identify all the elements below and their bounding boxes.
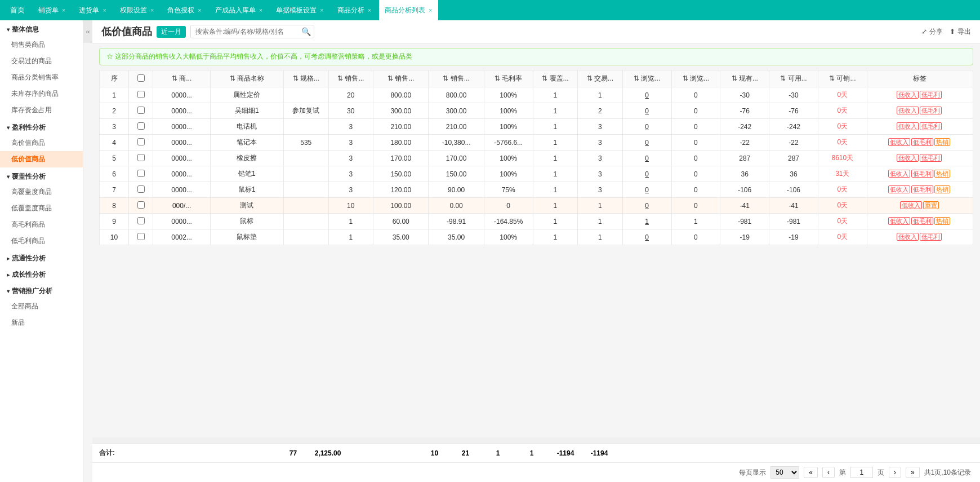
close-permissions-icon[interactable]: × bbox=[150, 7, 154, 14]
th-browse2[interactable]: ⇅ 浏览... bbox=[671, 70, 720, 87]
time-filter-button[interactable]: 近一月 bbox=[157, 26, 186, 38]
first-page-button[interactable]: « bbox=[804, 467, 818, 478]
th-trade[interactable]: ⇅ 交易... bbox=[578, 70, 623, 87]
last-page-button[interactable]: » bbox=[906, 467, 920, 478]
close-product-analysis-icon[interactable]: × bbox=[368, 7, 371, 14]
sidebar-item-inventory-funds[interactable]: 库存资金占用 bbox=[0, 102, 83, 118]
browse1-link[interactable]: 0 bbox=[645, 123, 649, 131]
browse1-link[interactable]: 0 bbox=[645, 154, 649, 162]
row-checkbox[interactable] bbox=[137, 138, 145, 145]
cell-check[interactable] bbox=[129, 214, 153, 229]
browse1-link[interactable]: 0 bbox=[645, 186, 649, 194]
th-sales-avg[interactable]: ⇅ 销售... bbox=[429, 70, 484, 87]
nav-single-template[interactable]: 单据模板设置 × bbox=[270, 0, 329, 20]
select-all-checkbox[interactable] bbox=[137, 74, 145, 82]
th-stock[interactable]: ⇅ 现有... bbox=[720, 70, 769, 87]
cell-browse1[interactable]: 1 bbox=[622, 214, 671, 229]
cell-check[interactable] bbox=[129, 198, 153, 214]
cell-browse1[interactable]: 0 bbox=[622, 103, 671, 119]
cell-browse1[interactable]: 0 bbox=[622, 119, 671, 135]
close-sales-icon[interactable]: × bbox=[62, 7, 65, 14]
nav-sales[interactable]: 销货单 × bbox=[33, 0, 71, 20]
nav-purchase[interactable]: 进货单 × bbox=[73, 0, 112, 20]
sidebar-item-all-products[interactable]: 全部商品 bbox=[0, 298, 83, 315]
cell-browse1[interactable]: 0 bbox=[622, 87, 671, 103]
sidebar-group-growth2[interactable]: ▸ 成长性分析 bbox=[0, 266, 83, 282]
th-cover[interactable]: ⇅ 覆盖... bbox=[533, 70, 578, 87]
sidebar-collapse-button[interactable]: ‹‹ bbox=[83, 20, 92, 43]
th-margin[interactable]: ⇅ 毛利率 bbox=[484, 70, 533, 87]
cell-browse1[interactable]: 0 bbox=[622, 166, 671, 182]
cell-browse1[interactable]: 0 bbox=[622, 229, 671, 245]
browse1-link[interactable]: 0 bbox=[645, 202, 649, 210]
sidebar-group-growth[interactable]: ▸ 流通性分析 bbox=[0, 249, 83, 266]
sidebar-group-marketing[interactable]: ▾ 营销推广分析 bbox=[0, 282, 83, 298]
sidebar-item-low-value[interactable]: 低价值商品 bbox=[0, 151, 83, 167]
share-button[interactable]: ⤢ 分享 bbox=[921, 27, 943, 37]
browse1-link[interactable]: 0 bbox=[645, 91, 649, 99]
row-checkbox[interactable] bbox=[137, 201, 145, 209]
search-input[interactable] bbox=[190, 25, 314, 38]
close-product-analysis-list-icon[interactable]: × bbox=[429, 7, 432, 14]
cell-check[interactable] bbox=[129, 119, 153, 135]
cell-browse1[interactable]: 0 bbox=[622, 198, 671, 214]
cell-browse1[interactable]: 0 bbox=[622, 182, 671, 198]
sidebar-item-high-value[interactable]: 高价值商品 bbox=[0, 135, 83, 151]
close-products-in-icon[interactable]: × bbox=[259, 7, 262, 14]
th-sales-qty[interactable]: ⇅ 销售... bbox=[328, 70, 373, 87]
cell-check[interactable] bbox=[129, 166, 153, 182]
sidebar-item-high-coverage[interactable]: 高覆盖度商品 bbox=[0, 184, 83, 200]
nav-roles[interactable]: 角色授权 × bbox=[162, 0, 207, 20]
sidebar-item-sales-category[interactable]: 销售类商品 bbox=[0, 37, 83, 53]
export-button[interactable]: ⬆ 导出 bbox=[950, 27, 971, 37]
row-checkbox[interactable] bbox=[137, 233, 145, 240]
cell-check[interactable] bbox=[129, 182, 153, 198]
nav-product-analysis[interactable]: 商品分析 × bbox=[332, 0, 377, 20]
sidebar-group-overall[interactable]: ▾ 整体信息 bbox=[0, 20, 83, 37]
page-number-input[interactable] bbox=[850, 467, 873, 478]
close-roles-icon[interactable]: × bbox=[198, 7, 201, 14]
th-sellable[interactable]: ⇅ 可销... bbox=[818, 70, 867, 87]
sidebar-item-low-profit[interactable]: 低毛利商品 bbox=[0, 233, 83, 249]
cell-browse1[interactable]: 0 bbox=[622, 151, 671, 166]
th-avail[interactable]: ⇅ 可用... bbox=[769, 70, 818, 87]
close-purchase-icon[interactable]: × bbox=[103, 7, 106, 14]
per-page-select[interactable]: 50 20 100 bbox=[770, 466, 799, 479]
nav-product-analysis-list[interactable]: 商品分析列表 × bbox=[379, 0, 438, 20]
th-browse1[interactable]: ⇅ 浏览... bbox=[622, 70, 671, 87]
browse1-link[interactable]: 0 bbox=[645, 170, 649, 178]
bottom-scroll[interactable] bbox=[92, 437, 980, 443]
sidebar-item-low-coverage[interactable]: 低覆盖度商品 bbox=[0, 200, 83, 216]
cell-browse1[interactable]: 0 bbox=[622, 135, 671, 151]
row-checkbox[interactable] bbox=[137, 122, 145, 130]
next-page-button[interactable]: › bbox=[889, 467, 901, 478]
table-container[interactable]: 序 ⇅ 商... ⇅ 商品名称 ⇅ 规格... bbox=[92, 70, 980, 437]
th-check[interactable] bbox=[129, 70, 153, 87]
row-checkbox[interactable] bbox=[137, 170, 145, 177]
prev-page-button[interactable]: ‹ bbox=[822, 467, 835, 478]
sidebar-item-high-profit[interactable]: 高毛利商品 bbox=[0, 216, 83, 233]
search-icon[interactable]: 🔍 bbox=[301, 27, 311, 36]
browse1-link[interactable]: 0 bbox=[645, 139, 649, 147]
row-checkbox[interactable] bbox=[137, 217, 145, 224]
sidebar-item-traded-products[interactable]: 交易过的商品 bbox=[0, 53, 83, 69]
sidebar-group-financial[interactable]: ▾ 盈利性分析 bbox=[0, 118, 83, 135]
nav-home[interactable]: 首页 bbox=[5, 0, 30, 20]
th-sku[interactable]: ⇅ 商... bbox=[153, 70, 210, 87]
row-checkbox[interactable] bbox=[137, 185, 145, 193]
cell-check[interactable] bbox=[129, 135, 153, 151]
sidebar-group-coverage[interactable]: ▾ 覆盖性分析 bbox=[0, 167, 83, 184]
row-checkbox[interactable] bbox=[137, 91, 145, 98]
cell-check[interactable] bbox=[129, 103, 153, 119]
sidebar-item-category-sales-rate[interactable]: 商品分类销售率 bbox=[0, 69, 83, 86]
nav-products-in[interactable]: 产成品入库单 × bbox=[210, 0, 268, 20]
nav-permissions[interactable]: 权限设置 × bbox=[114, 0, 159, 20]
cell-check[interactable] bbox=[129, 87, 153, 103]
cell-check[interactable] bbox=[129, 151, 153, 166]
sidebar-item-new-products[interactable]: 新品 bbox=[0, 315, 83, 331]
row-checkbox[interactable] bbox=[137, 107, 145, 114]
close-single-template-icon[interactable]: × bbox=[320, 7, 323, 14]
cell-check[interactable] bbox=[129, 229, 153, 245]
browse1-link[interactable]: 1 bbox=[645, 218, 649, 225]
browse1-link[interactable]: 0 bbox=[645, 233, 649, 241]
